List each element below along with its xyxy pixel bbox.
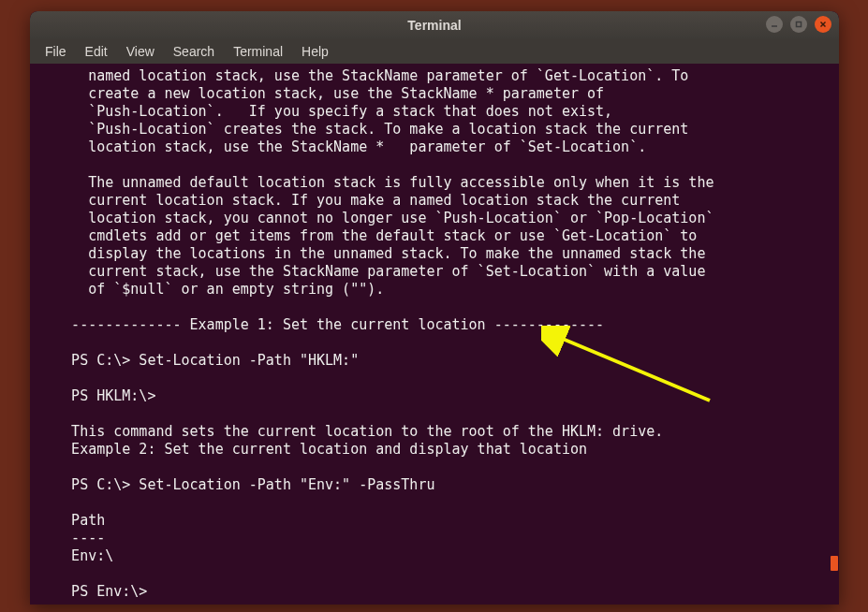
close-button[interactable] [815,16,831,33]
terminal-window: Terminal File Edit View Search Terminal … [30,11,839,605]
maximize-icon [795,21,802,28]
menu-search[interactable]: Search [166,42,222,61]
menubar: File Edit View Search Terminal Help [30,39,839,64]
menu-view[interactable]: View [119,42,162,61]
window-title: Terminal [30,18,839,33]
titlebar[interactable]: Terminal [30,11,839,39]
window-controls [766,16,831,33]
menu-help[interactable]: Help [294,42,336,61]
menu-file[interactable]: File [37,42,74,61]
maximize-button[interactable] [790,16,807,33]
svg-rect-1 [797,22,802,27]
minimize-icon [771,21,778,28]
menu-terminal[interactable]: Terminal [226,42,290,61]
scrollbar-thumb[interactable] [831,556,838,571]
close-icon [819,21,827,28]
terminal-content[interactable]: named location stack, use the StackName … [30,64,839,605]
menu-edit[interactable]: Edit [78,42,115,61]
minimize-button[interactable] [766,16,783,33]
scrollbar-track[interactable] [828,64,839,605]
